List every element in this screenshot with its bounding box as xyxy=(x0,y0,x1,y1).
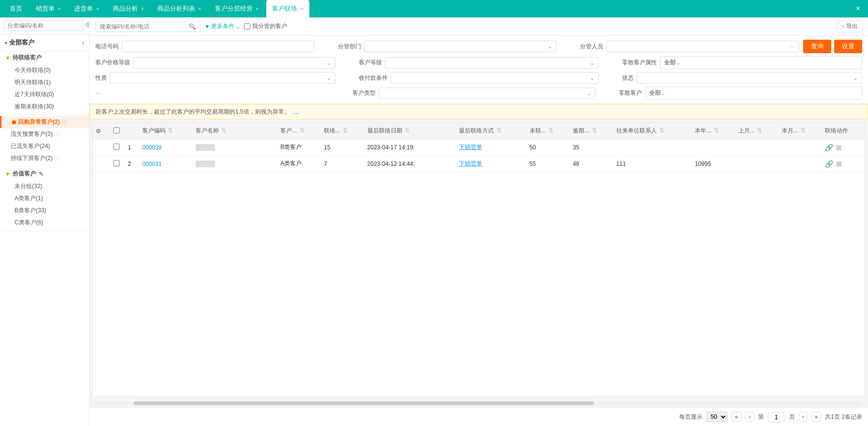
filter-price-level-select[interactable]: ⌄ xyxy=(133,57,335,69)
sidebar-item-tomorrow[interactable]: 明天待联络(1) xyxy=(0,76,89,88)
sidebar-item-lost-prediction[interactable]: 流失预警客户(3) ⓘ xyxy=(0,128,89,140)
pagination: 每页显示 50 « ‹ 第 页 › » 共1页 2条记录 xyxy=(90,407,868,426)
my-customers-checkbox[interactable] xyxy=(244,23,250,29)
row2-name-blur xyxy=(196,161,215,167)
window-close-button[interactable]: × xyxy=(852,4,864,13)
row1-checkbox[interactable] xyxy=(113,144,120,150)
info-icon-lost[interactable]: ⓘ xyxy=(55,131,60,138)
row2-contact-method[interactable]: 下销货单 xyxy=(459,160,482,167)
filter-customer-type-select[interactable]: ⌄ xyxy=(379,88,596,99)
col-contacts[interactable]: 往来单位联系人 ⇅ xyxy=(613,123,692,139)
close-tab-analysis-list[interactable]: × xyxy=(198,6,201,12)
tab-purchase[interactable]: 进货单 × xyxy=(68,0,105,17)
close-tab-analysis[interactable]: × xyxy=(141,6,144,12)
col-unpaid[interactable]: 未联... ⇅ xyxy=(527,123,570,139)
row2-grid-icon[interactable]: ⊞ xyxy=(836,160,842,168)
col-settings[interactable]: ⚙ xyxy=(93,123,110,139)
sidebar-search-input[interactable] xyxy=(4,20,83,31)
col-this-month[interactable]: 本月... ⇅ xyxy=(779,123,822,139)
sort-name-icon: ⇅ xyxy=(221,127,226,134)
sidebar-collapse-icon[interactable]: › xyxy=(82,39,84,46)
horizontal-scrollbar[interactable] xyxy=(95,401,862,405)
info-icon-declining[interactable]: ⓘ xyxy=(55,155,60,162)
sidebar-header: ▪ 全部客户 › xyxy=(0,34,89,51)
filter-customer-level-select[interactable]: ⌄ xyxy=(385,57,599,69)
first-page-button[interactable]: « xyxy=(731,412,742,422)
sidebar-item-repurchase-abnormal[interactable]: 回购异常客户(2) ⓘ xyxy=(0,116,89,128)
filter-dept-select[interactable]: ⌄ xyxy=(364,41,557,52)
col-this-year[interactable]: 本年... ⇅ xyxy=(692,123,735,139)
filter-scattered-prop-select[interactable]: 全部 ⌄ xyxy=(660,56,862,69)
filter-icon: ▼ xyxy=(204,23,210,30)
col-contact-count[interactable]: 联络... ⇅ xyxy=(321,123,365,139)
scroll-thumb[interactable] xyxy=(134,401,594,405)
col-last-month[interactable]: 上月... ⇅ xyxy=(735,123,779,139)
sidebar-item-ungroup[interactable]: 未分组(32) xyxy=(0,180,89,192)
per-page-select[interactable]: 50 xyxy=(706,411,728,422)
close-tab-customer-contact[interactable]: × xyxy=(300,6,303,12)
close-tab-purchase[interactable]: × xyxy=(96,6,99,12)
info-icon-repurchase[interactable]: ⓘ xyxy=(62,119,67,126)
filter-manager-select[interactable]: ··· xyxy=(606,41,799,52)
row1-link-icon[interactable]: 🔗 xyxy=(825,144,833,151)
last-page-button[interactable]: » xyxy=(811,412,822,422)
sidebar-item-c-class[interactable]: C类客户(6) xyxy=(0,217,89,229)
settings-button[interactable]: 设置 xyxy=(834,40,862,53)
tab-customer-seg[interactable]: 客户分层经营 × xyxy=(209,0,264,17)
edit-value-group-icon[interactable]: ✎ xyxy=(39,171,44,177)
row2-link-icon[interactable]: 🔗 xyxy=(825,160,833,168)
tab-sales[interactable]: 销货单 × xyxy=(30,0,66,17)
sort-code-icon: ⇅ xyxy=(168,127,173,134)
sidebar-section-pending[interactable]: ▼ 待联络客户 xyxy=(0,51,89,64)
filter-more-dots-icon[interactable]: ··· xyxy=(95,89,102,98)
col-last-contact-date[interactable]: 最后联络日期 ⇅ xyxy=(365,123,457,139)
col-last-contact-method[interactable]: 最后联络方式 ⇅ xyxy=(456,123,526,139)
filter-scattered-customer-select[interactable]: 全部 ⌄ xyxy=(645,87,862,100)
close-tab-customer-seg[interactable]: × xyxy=(256,6,259,12)
main-search-input[interactable] xyxy=(100,23,187,30)
sidebar-item-a-class[interactable]: A类客户(1) xyxy=(0,192,89,205)
filter-nature-select[interactable]: ⌄ xyxy=(110,72,335,84)
filter-phone: 电话号码 xyxy=(95,41,315,52)
prev-page-button[interactable]: ‹ xyxy=(746,412,754,422)
row1-grid-icon[interactable]: ⊞ xyxy=(836,144,842,151)
sidebar-item-7days[interactable]: 近7天待联络(0) xyxy=(0,88,89,101)
my-customers-label[interactable]: 我分管的客户 xyxy=(252,22,287,30)
query-button[interactable]: 查询 xyxy=(803,40,831,53)
sidebar-section-value[interactable]: ▼ 价值客户 ✎ xyxy=(0,167,89,180)
filter-phone-input[interactable] xyxy=(122,41,315,52)
sidebar-search-icon[interactable]: 🔍 xyxy=(85,22,90,29)
tab-analysis-list[interactable]: 商品分析列表 × xyxy=(152,0,207,17)
col-customer-type[interactable]: 客户... ⇅ xyxy=(277,123,321,139)
sidebar-item-declining[interactable]: 持续下滑客户(2) ⓘ xyxy=(0,152,89,164)
col-index xyxy=(125,123,139,139)
filter-status-select[interactable]: ⌄ xyxy=(637,72,862,84)
row2-checkbox[interactable] xyxy=(113,160,120,166)
tab-home[interactable]: 首页 xyxy=(4,0,28,17)
more-conditions-button[interactable]: ▼ 更多条件 ⌄ xyxy=(204,22,240,30)
sidebar-item-b-class[interactable]: B类客户(33) xyxy=(0,205,89,217)
table-settings-icon[interactable]: ⚙ xyxy=(96,128,101,134)
select-all-checkbox[interactable] xyxy=(113,127,120,133)
col-overdue[interactable]: 逾期... ⇅ xyxy=(570,123,613,139)
filter-bar: 🔍 ▼ 更多条件 ⌄ 我分管的客户 ↑ 导出 xyxy=(90,17,868,36)
tab-customer-contact[interactable]: 客户联络 × xyxy=(266,0,309,17)
close-tab-sales[interactable]: × xyxy=(58,6,61,12)
current-page-input[interactable] xyxy=(768,412,785,422)
sidebar-item-today[interactable]: 今天待联络(0) xyxy=(0,64,89,76)
main-search-icon[interactable]: 🔍 xyxy=(189,23,196,30)
next-page-button[interactable]: › xyxy=(799,412,807,422)
col-name[interactable]: 客户名称 ⇅ xyxy=(193,123,277,139)
main-content: 🔍 ▼ 更多条件 ⌄ 我分管的客户 ↑ 导出 电话号码 xyxy=(90,17,868,426)
sidebar-item-overdue[interactable]: 逾期未联络(30) xyxy=(0,101,89,113)
row2-actions: 🔗 ⊞ xyxy=(825,160,862,168)
tooltip-more-dots[interactable]: ... xyxy=(293,107,299,116)
col-code[interactable]: 客户编码 ⇅ xyxy=(139,123,193,139)
filter-payment-select[interactable]: ⌄ xyxy=(391,72,599,84)
manager-select-dots: ··· xyxy=(790,43,795,50)
filter-dept: 分管部门 ⌄ xyxy=(338,41,557,52)
row1-contact-method[interactable]: 下销货单 xyxy=(459,144,482,150)
tab-analysis[interactable]: 商品分析 × xyxy=(107,0,150,17)
sidebar-item-lost[interactable]: 已流失客户(24) xyxy=(0,140,89,152)
export-button[interactable]: ↑ 导出 xyxy=(837,20,862,32)
